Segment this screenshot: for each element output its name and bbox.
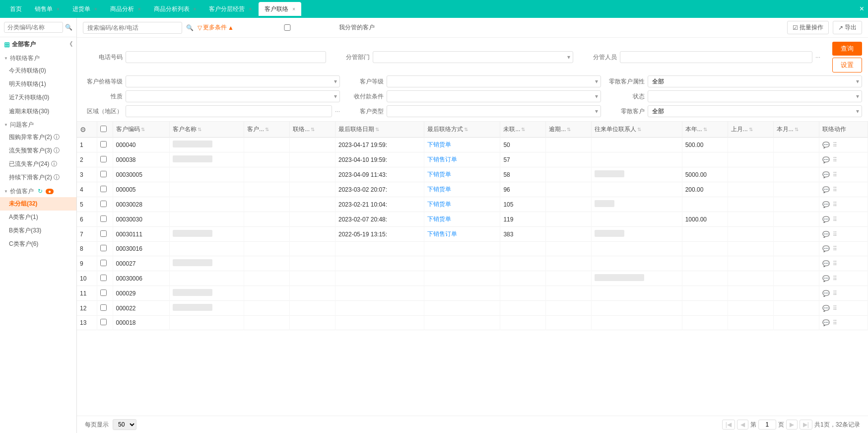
tab-goods-list[interactable]: 商品分析列表 × bbox=[148, 2, 202, 16]
sidebar-item-churn-warning[interactable]: 流失预警客户(3) ⓘ bbox=[0, 144, 76, 157]
sidebar-item-class-b[interactable]: B类客户(33) bbox=[0, 224, 76, 237]
sidebar-item-declining[interactable]: 持续下滑客户(2) ⓘ bbox=[0, 171, 76, 184]
row-checkbox[interactable] bbox=[100, 245, 107, 251]
th-unit-contact-sort-icon[interactable]: ⇅ bbox=[637, 127, 641, 132]
sidebar-item-overdue-pending[interactable]: 逾期未联络(30) bbox=[0, 105, 76, 118]
row-checkbox[interactable] bbox=[100, 260, 107, 266]
chat-icon[interactable]: 💬 bbox=[822, 156, 830, 163]
th-overdue-sort-icon[interactable]: ⇅ bbox=[567, 127, 571, 132]
my-customers-checkbox-label[interactable]: 我分管的客户 bbox=[238, 23, 375, 32]
more-action-icon[interactable]: ⠿ bbox=[833, 201, 837, 208]
status-select[interactable] bbox=[648, 90, 862, 102]
more-action-icon[interactable]: ⠿ bbox=[833, 260, 837, 267]
row-checkbox[interactable] bbox=[100, 141, 107, 147]
chat-icon[interactable]: 💬 bbox=[822, 171, 830, 178]
row-checkbox[interactable] bbox=[100, 289, 107, 296]
more-action-icon[interactable]: ⠿ bbox=[833, 142, 837, 148]
close-all-button[interactable]: × bbox=[860, 4, 864, 13]
more-action-icon[interactable]: ⠿ bbox=[833, 305, 837, 312]
row-checkbox[interactable] bbox=[100, 304, 107, 311]
sidebar-item-today-pending[interactable]: 今天待联络(0) bbox=[0, 64, 76, 77]
problem-group-label[interactable]: ▼ 问题客户 bbox=[0, 118, 76, 131]
all-customers-header[interactable]: ⊞ 全部客户 《 bbox=[0, 37, 76, 52]
chat-icon[interactable]: 💬 bbox=[822, 319, 830, 326]
retail-attr-select[interactable]: 全部 bbox=[648, 75, 862, 87]
row-checkbox[interactable] bbox=[100, 319, 107, 325]
payment-select[interactable] bbox=[387, 90, 601, 102]
th-last-method-sort-icon[interactable]: ⇅ bbox=[464, 127, 468, 132]
customer-type-select[interactable] bbox=[387, 105, 601, 117]
row-checkbox[interactable] bbox=[100, 275, 107, 281]
tab-sales[interactable]: 销售单 × bbox=[29, 2, 66, 16]
chat-icon[interactable]: 💬 bbox=[822, 186, 830, 193]
more-conditions-button[interactable]: ▽ 更多条件 ▲ bbox=[198, 23, 234, 32]
th-contact-sort-icon[interactable]: ⇅ bbox=[311, 127, 315, 132]
sidebar-item-abnormal[interactable]: 囤购异常客户(2) ⓘ bbox=[0, 131, 76, 144]
last-method-link[interactable]: 下销售订单 bbox=[427, 156, 457, 163]
chat-icon[interactable]: 💬 bbox=[822, 201, 830, 208]
more-action-icon[interactable]: ⠿ bbox=[833, 290, 837, 297]
last-page-button[interactable]: ▶| bbox=[800, 420, 812, 430]
search-icon[interactable]: 🔍 bbox=[186, 24, 194, 31]
manager-dots-icon[interactable]: ··· bbox=[815, 54, 820, 61]
batch-op-button[interactable]: ☑ 批量操作 bbox=[787, 21, 829, 34]
th-type-sort-icon[interactable]: ⇅ bbox=[265, 127, 269, 132]
sidebar-item-churned[interactable]: 已流失客户(24) ⓘ bbox=[0, 157, 76, 171]
tab-purchase[interactable]: 进货单 × bbox=[67, 2, 103, 16]
tab-goods-analysis[interactable]: 商品分析 × bbox=[104, 2, 147, 16]
last-method-link[interactable]: 下销货单 bbox=[427, 201, 451, 208]
row-checkbox[interactable] bbox=[100, 186, 107, 192]
tab-goods-list-close[interactable]: × bbox=[194, 6, 197, 12]
row-checkbox[interactable] bbox=[100, 171, 107, 177]
sidebar-item-tomorrow-pending[interactable]: 明天待联络(1) bbox=[0, 77, 76, 91]
th-this-year-sort-icon[interactable]: ⇅ bbox=[703, 127, 707, 132]
more-action-icon[interactable]: ⠿ bbox=[833, 186, 837, 193]
sidebar-item-class-a[interactable]: A类客户(1) bbox=[0, 211, 76, 224]
th-last-date-sort-icon[interactable]: ⇅ bbox=[375, 127, 379, 132]
th-name-sort-icon[interactable]: ⇅ bbox=[198, 127, 201, 132]
more-action-icon[interactable]: ⠿ bbox=[833, 156, 837, 163]
chat-icon[interactable]: 💬 bbox=[822, 142, 830, 148]
sidebar-search-icon[interactable]: 🔍 bbox=[65, 24, 72, 31]
more-action-icon[interactable]: ⠿ bbox=[833, 245, 837, 252]
chat-icon[interactable]: 💬 bbox=[822, 231, 830, 238]
prev-page-button[interactable]: ◀ bbox=[737, 420, 748, 430]
chat-icon[interactable]: 💬 bbox=[822, 245, 830, 252]
sidebar-item-ungrouped[interactable]: 未分组(32) bbox=[0, 197, 76, 211]
phone-input[interactable] bbox=[126, 51, 326, 63]
th-uncontacted-sort-icon[interactable]: ⇅ bbox=[521, 127, 525, 132]
tab-sales-close[interactable]: × bbox=[57, 6, 60, 12]
value-group-label[interactable]: ▼ 价值客户 ↻ ● bbox=[0, 185, 76, 197]
chat-icon[interactable]: 💬 bbox=[822, 216, 830, 223]
row-checkbox[interactable] bbox=[100, 156, 107, 162]
row-checkbox[interactable] bbox=[100, 201, 107, 207]
my-customers-checkbox[interactable] bbox=[238, 24, 337, 31]
tab-goods-analysis-close[interactable]: × bbox=[138, 6, 141, 12]
tab-customer-segment-close[interactable]: × bbox=[249, 6, 252, 12]
more-action-icon[interactable]: ⠿ bbox=[833, 231, 837, 238]
tab-customer-contact[interactable]: 客户联络 × bbox=[259, 2, 301, 16]
row-checkbox[interactable] bbox=[100, 216, 107, 222]
export-button[interactable]: ↗ 导出 bbox=[833, 21, 862, 34]
page-size-select[interactable]: 50 bbox=[113, 419, 136, 430]
tab-customer-contact-close[interactable]: × bbox=[292, 6, 295, 12]
customer-level-select[interactable] bbox=[387, 75, 601, 87]
reset-button[interactable]: 设置 bbox=[832, 58, 862, 72]
th-last-month-sort-icon[interactable]: ⇅ bbox=[749, 127, 753, 132]
chat-icon[interactable]: 💬 bbox=[822, 260, 830, 267]
pending-group-label[interactable]: ▼ 待联络客户 bbox=[0, 52, 76, 64]
next-page-button[interactable]: ▶ bbox=[786, 420, 798, 430]
tab-home[interactable]: 首页 bbox=[4, 2, 28, 16]
query-button[interactable]: 查询 bbox=[832, 42, 862, 56]
region-input[interactable] bbox=[126, 105, 332, 117]
row-checkbox[interactable] bbox=[100, 230, 107, 237]
first-page-button[interactable]: |◀ bbox=[722, 420, 735, 430]
chat-icon[interactable]: 💬 bbox=[822, 275, 830, 282]
nature-select[interactable] bbox=[126, 90, 340, 102]
dept-select[interactable] bbox=[373, 51, 573, 63]
tab-customer-segment[interactable]: 客户分层经营 × bbox=[203, 2, 258, 16]
search-input[interactable] bbox=[83, 22, 182, 34]
tab-purchase-close[interactable]: × bbox=[94, 6, 97, 12]
more-action-icon[interactable]: ⠿ bbox=[833, 319, 837, 326]
retail-customer-select[interactable]: 全部 bbox=[648, 105, 862, 117]
